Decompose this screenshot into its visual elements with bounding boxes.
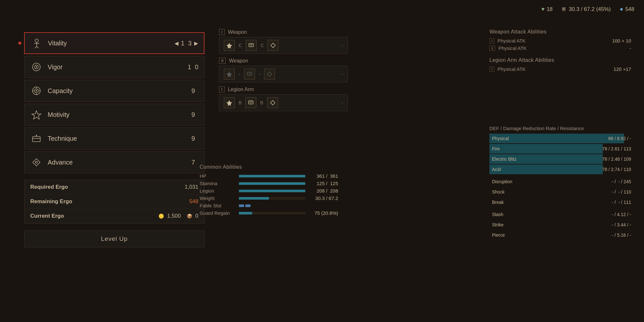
ability-stamina-value: 125 / 125: [309, 181, 338, 186]
weapon-2-atk-icon: [224, 69, 235, 80]
atk-row-2: II Physical ATK -: [489, 45, 631, 51]
ability-hp-bar: [239, 175, 305, 177]
ability-hp: HP 361 / 361: [200, 173, 338, 179]
legion-atk-1-numeral: I: [489, 67, 494, 72]
legion-attack-title: Legion Arm Attack Abilities: [489, 57, 631, 63]
def-physical-values: 88 / 8.92 / -: [608, 136, 631, 141]
def-shock-v1: - /: [612, 189, 616, 194]
vitality-left-arrow[interactable]: ◀: [175, 40, 178, 46]
health-icon: ♥: [541, 6, 545, 13]
required-ergo-label: Required Ergo: [30, 184, 68, 190]
advance-icon: [30, 156, 43, 168]
ergo-hud-display: ● 548: [620, 6, 634, 13]
def-acid-v2: 2.74 /: [611, 167, 622, 172]
svg-marker-22: [226, 43, 232, 49]
svg-point-0: [35, 39, 38, 42]
ability-legion-value: 208 / 208: [309, 188, 338, 194]
level-up-button[interactable]: Level Up: [24, 231, 204, 247]
def-break-v1: - /: [612, 200, 616, 205]
weapon-2-shield-icon: [244, 69, 255, 80]
svg-point-10: [36, 90, 37, 91]
def-fire-v3: 113: [624, 146, 631, 151]
legion-slots[interactable]: B B -: [219, 94, 348, 111]
weapon-attack-title: Weapon Attack Abilities: [489, 29, 631, 35]
legion-atk-1-value: 120 +17: [613, 66, 631, 72]
weapon-2-dash: -: [341, 71, 343, 77]
weapon-2-grade2: -: [259, 71, 260, 77]
def-pierce-v2: 5.16 /: [617, 232, 628, 238]
svg-line-3: [35, 46, 37, 48]
legion-attack-subsection: Legion Arm Attack Abilities I Physical A…: [489, 57, 631, 72]
vitality-value: 1 3: [181, 40, 192, 47]
legion-section: I Legion Arm B B: [219, 86, 348, 111]
weight-icon: ⛨: [562, 6, 567, 12]
weapon-1-slots[interactable]: C C -: [219, 37, 348, 54]
weapon-2-slots[interactable]: - - -: [219, 66, 348, 82]
def-strike-name: Strike: [489, 222, 525, 227]
ability-weight: Weight 30.3 / 67.2: [200, 195, 338, 201]
weapon-1-section: I Weapon C C -: [219, 29, 348, 54]
def-strike-values: - / 3.44 / -: [612, 222, 631, 227]
vitality-label: Vitality: [48, 40, 175, 47]
atk-1-value: 100 + 10: [612, 38, 631, 43]
ergo-hud-icon: ●: [620, 6, 623, 13]
def-strike-v1: - /: [612, 222, 616, 227]
def-slash: Slash - / 4.12 / -: [489, 210, 631, 219]
svg-line-4: [37, 46, 39, 48]
svg-point-21: [35, 161, 37, 163]
weapon-1-grade1: C: [239, 43, 242, 48]
def-shock-values: - / - / 110: [612, 189, 631, 194]
ability-hp-label: HP: [200, 173, 235, 179]
ability-legion-label: Legion: [200, 188, 235, 194]
def-physical-name: Physical: [489, 136, 525, 141]
common-abilities-section: Common Abilities HP 361 / 361 Stamina 12…: [200, 164, 338, 218]
legion-gem-icon: [267, 97, 278, 108]
def-disruption-name: Disruption: [489, 179, 525, 184]
ability-legion: Legion 208 / 208: [200, 188, 338, 194]
weapon-2-section: II Weapon - - -: [219, 58, 348, 82]
def-electric-v2: 2.48 /: [611, 156, 622, 162]
weight-display: ⛨ 30.3 / 67.2 (45%): [562, 6, 611, 13]
required-ergo-row: Required Ergo 1,031: [24, 180, 204, 194]
def-strike: Strike - / 3.44 / -: [489, 220, 631, 230]
ability-stamina-label: Stamina: [200, 181, 235, 186]
def-fire-v1: 78 /: [602, 146, 610, 151]
atk-1-name: Physical ATK: [497, 38, 612, 43]
def-pierce-values: - / 5.16 / -: [612, 232, 631, 238]
def-strike-v2: 3.44 /: [617, 222, 628, 227]
stat-row-advance[interactable]: Advance 7: [24, 151, 204, 173]
def-slash-v3: -: [630, 212, 631, 217]
legion-atk-icon: [224, 97, 235, 108]
def-section-title: DEF / Damage Reduction Rate / Resistance: [489, 126, 631, 131]
vitality-right-arrow[interactable]: ▶: [194, 40, 198, 46]
atk-2-numeral: II: [489, 46, 495, 51]
ability-stamina: Stamina 125 / 125: [200, 181, 338, 186]
weapon-1-dash: -: [341, 43, 343, 48]
weapon-1-atk-icon: [224, 40, 235, 51]
vigor-value: 1 0: [188, 63, 198, 71]
legion-dash: -: [341, 100, 343, 106]
top-hud: ♥ 18 ⛨ 30.3 / 67.2 (45%) ● 548: [541, 6, 634, 13]
def-disruption-v3: 245: [624, 179, 631, 184]
stat-row-vitality[interactable]: Vitality ◀ 1 3 ▶: [24, 32, 204, 54]
stat-row-technique[interactable]: Technique 9: [24, 128, 204, 149]
ability-stamina-bar: [239, 182, 305, 185]
fable-dot-1: [239, 204, 244, 207]
ability-legion-bar: [239, 190, 305, 192]
svg-rect-20: [33, 159, 40, 166]
svg-rect-31: [267, 72, 272, 76]
stat-row-motivity[interactable]: Motivity 9: [24, 104, 204, 126]
stat-row-vigor[interactable]: Vigor 1 0: [24, 56, 204, 78]
def-acid: Acid 78 / 2.74 / 110: [489, 165, 631, 174]
vigor-icon: [30, 61, 43, 73]
common-abilities-title: Common Abilities: [200, 164, 338, 170]
ergo-box-value: 0: [195, 213, 198, 219]
vitality-controls: ◀ 1 3 ▶: [175, 40, 198, 47]
ergo-coin-value: 1,500: [167, 213, 181, 219]
legion-numeral: I: [219, 86, 225, 92]
legion-atk-1-name: Physical ATK: [497, 66, 613, 72]
stat-row-capacity[interactable]: Capacity 9: [24, 80, 204, 102]
def-slash-v2: 4.12 /: [617, 212, 628, 217]
def-physical-v1: 88 /: [608, 136, 616, 141]
atk-2-name: Physical ATK: [498, 45, 630, 51]
